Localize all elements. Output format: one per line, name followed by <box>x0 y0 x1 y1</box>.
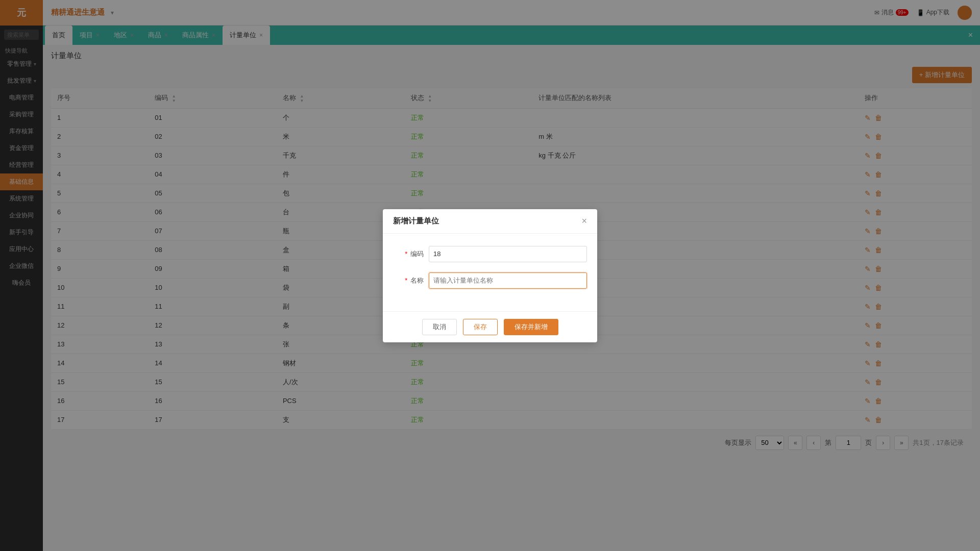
modal-header: 新增计量单位 × <box>383 209 597 234</box>
name-input[interactable] <box>429 272 587 289</box>
modal-title: 新增计量单位 <box>393 216 439 226</box>
modal-close-button[interactable]: × <box>581 216 587 226</box>
code-label: * 编码 <box>393 249 424 259</box>
save-and-new-button[interactable]: 保存并新增 <box>504 319 558 335</box>
modal-body: * 编码 * 名称 <box>383 234 597 311</box>
modal-overlay[interactable]: 新增计量单位 × * 编码 * 名称 取消 保存 保存并新增 <box>0 0 980 551</box>
cancel-button[interactable]: 取消 <box>422 319 457 335</box>
name-label: * 名称 <box>393 276 424 285</box>
add-unit-modal: 新增计量单位 × * 编码 * 名称 取消 保存 保存并新增 <box>383 209 597 342</box>
form-row-name: * 名称 <box>393 272 587 289</box>
code-input[interactable] <box>429 246 587 262</box>
required-star: * <box>405 250 407 258</box>
modal-footer: 取消 保存 保存并新增 <box>383 311 597 342</box>
form-row-code: * 编码 <box>393 246 587 262</box>
save-button[interactable]: 保存 <box>463 319 498 335</box>
required-star: * <box>405 277 407 284</box>
